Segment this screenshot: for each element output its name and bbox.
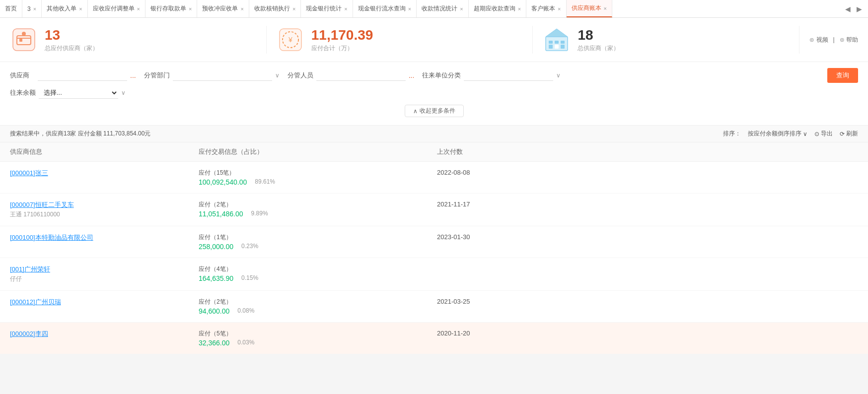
balance-filter-select[interactable]: 选择... 全部 有余额 无余额 xyxy=(39,87,118,99)
filter-row-1: 供应商 ... 分管部门 ∨ 分管人员 ... 往来单位分类 ∨ 查询 xyxy=(10,68,858,83)
table-row: [001]广州荣轩 仔仔 应付（4笔） 164,635.90 0.15% xyxy=(0,258,868,291)
close-icon[interactable]: × xyxy=(460,6,463,12)
nav-tab-receipt-stat[interactable]: 收款情况统计 × xyxy=(417,0,468,17)
filter-person: 分管人员 ... xyxy=(288,70,415,81)
transaction-amount: 100,092,540.00 xyxy=(199,178,247,186)
svg-rect-13 xyxy=(561,45,565,49)
svg-rect-9 xyxy=(549,41,553,44)
supplier-link[interactable]: [001]广州荣轩 xyxy=(10,265,199,274)
sort-button[interactable]: 按应付余额倒序排序 ∨ xyxy=(748,130,807,138)
supplier-ellipsis-btn[interactable]: ... xyxy=(130,71,136,79)
collapse-button[interactable]: ∧ 收起更多条件 xyxy=(405,105,464,117)
transaction-label: 应付（5笔） xyxy=(199,329,437,338)
transaction-label: 应付（1笔） xyxy=(199,233,437,242)
refresh-button[interactable]: ⟳ 刷新 xyxy=(840,130,858,138)
prev-tab-button[interactable]: ◀ xyxy=(842,4,854,14)
supplier-link[interactable]: [000100]本特勤油品有限公司 xyxy=(10,233,199,242)
nav-tab-prepay-ar[interactable]: 预收冲应收单 × xyxy=(197,0,249,17)
supplier-info-cell: [000007]恒旺二手叉车 王通 17106110000 xyxy=(10,200,199,219)
help-link[interactable]: ⊙ 帮助 xyxy=(840,36,858,44)
sort-text: 按应付余额倒序排序 xyxy=(748,130,801,138)
person-filter-label: 分管人员 xyxy=(288,71,313,80)
filter-dept: 分管部门 ∨ xyxy=(144,70,280,81)
last-payment-cell: 2021-03-25 xyxy=(437,298,858,305)
person-ellipsis-btn[interactable]: ... xyxy=(409,71,415,79)
summary-card-payable-suppliers: 13 总应付供应商（家） xyxy=(10,26,267,54)
card3-number: 18 xyxy=(578,27,619,43)
nav-tab-ar-ap-adjust[interactable]: 应收应付调整单 × xyxy=(88,0,145,17)
nav-tab-other-income[interactable]: 其他收入单 × xyxy=(42,0,87,17)
last-payment-date: 2023-01-30 xyxy=(437,233,470,241)
sort-arrow-icon: ∨ xyxy=(803,131,807,137)
close-icon[interactable]: × xyxy=(518,6,521,12)
last-payment-date: 2022-08-08 xyxy=(437,169,470,176)
query-button[interactable]: 查询 xyxy=(827,68,858,83)
supplier-link[interactable]: [000002]李四 xyxy=(10,329,199,338)
nav-tab-3[interactable]: 3 × xyxy=(22,0,42,17)
nav-tab-bank-deposit[interactable]: 银行存取款单 × xyxy=(145,0,197,17)
transaction-info-cell: 应付（1笔） 258,000.00 0.23% xyxy=(199,233,437,251)
filter-area: 供应商 ... 分管部门 ∨ 分管人员 ... 往来单位分类 ∨ 查询 往来余额 xyxy=(0,62,868,126)
supplier-link[interactable]: [000012]广州贝瑞 xyxy=(10,298,199,307)
svg-marker-14 xyxy=(546,29,568,37)
card2-number: 11,170.39 xyxy=(311,27,373,43)
payable-total-icon: ¥ xyxy=(277,26,304,54)
close-icon[interactable]: × xyxy=(189,6,192,12)
summary-area: 13 总应付供应商（家） ¥ 11,170.39 应付合计（万） xyxy=(0,18,868,62)
table-row: [000002]李四 应付（5笔） 32,366.00 0.03% 2020-1… xyxy=(0,323,868,354)
close-icon[interactable]: × xyxy=(240,6,243,12)
svg-rect-15 xyxy=(555,45,559,49)
transaction-info-cell: 应付（2笔） 11,051,486.00 9.89% xyxy=(199,200,437,218)
next-tab-button[interactable]: ▶ xyxy=(854,4,865,14)
unit-type-dropdown-icon[interactable]: ∨ xyxy=(556,72,561,79)
nav-tab-supplier-ledger[interactable]: 供应商账本 × xyxy=(567,0,612,17)
table-header: 供应商信息 应付交易信息（占比） 上次付数 xyxy=(0,142,868,162)
dept-filter-input[interactable] xyxy=(173,70,272,81)
close-icon[interactable]: × xyxy=(79,6,82,12)
supplier-link[interactable]: [000007]恒旺二手叉车 xyxy=(10,200,199,209)
nav-tab-cash-bank-stat[interactable]: 现金银行统计 × xyxy=(301,0,353,17)
results-bar: 搜索结果中，供应商13家 应付金额 111,703,854.00元 排序： 按应… xyxy=(0,126,868,142)
last-payment-cell: 2021-11-17 xyxy=(437,200,858,208)
payable-supplier-icon xyxy=(10,26,38,54)
unit-type-filter-input[interactable] xyxy=(464,70,553,81)
dept-filter-label: 分管部门 xyxy=(144,71,170,80)
person-filter-input[interactable] xyxy=(316,70,406,81)
transaction-info-cell: 应付（5笔） 32,366.00 0.03% xyxy=(199,329,437,347)
transaction-amount: 94,600.00 xyxy=(199,307,229,315)
nav-tab-overdue-ar[interactable]: 超期应收款查询 × xyxy=(469,0,526,17)
card1-label: 总应付供应商（家） xyxy=(45,44,98,53)
results-summary-text: 搜索结果中，供应商13家 应付金额 111,703,854.00元 xyxy=(10,130,150,138)
close-icon[interactable]: × xyxy=(408,6,411,12)
supplier-contact: 仔仔 xyxy=(10,275,199,283)
nav-tab-cash-bank-flow[interactable]: 现金银行流水查询 × xyxy=(353,0,417,17)
supplier-info-cell: [000100]本特勤油品有限公司 xyxy=(10,233,199,242)
collapse-arrow-icon: ∧ xyxy=(413,108,418,115)
transaction-info-cell: 应付（2笔） 94,600.00 0.08% xyxy=(199,298,437,315)
balance-filter-label: 往来余额 xyxy=(10,88,36,97)
supplier-filter-input[interactable] xyxy=(38,70,127,81)
close-icon[interactable]: × xyxy=(558,6,561,12)
nav-tab-receipt-verify[interactable]: 收款核销执行 × xyxy=(249,0,301,17)
close-icon[interactable]: × xyxy=(604,5,607,11)
close-icon[interactable]: × xyxy=(292,6,295,12)
nav-tab-home[interactable]: 首页 xyxy=(0,0,22,17)
close-icon[interactable]: × xyxy=(33,6,36,12)
svg-rect-12 xyxy=(549,45,553,49)
balance-dropdown-icon[interactable]: ∨ xyxy=(121,89,126,96)
video-link[interactable]: ⊙ 视频 xyxy=(809,36,828,44)
summary-card-payable-total: ¥ 11,170.39 应付合计（万） xyxy=(277,26,533,54)
filter-row-2: 往来余额 选择... 全部 有余额 无余额 ∨ xyxy=(10,87,858,99)
svg-rect-2 xyxy=(19,39,22,42)
supplier-link[interactable]: [000001]张三 xyxy=(10,169,199,178)
last-payment-cell: 2022-08-08 xyxy=(437,169,858,176)
transaction-pct: 0.15% xyxy=(241,274,258,281)
export-button[interactable]: ⊙ 导出 xyxy=(814,130,833,138)
dept-dropdown-icon[interactable]: ∨ xyxy=(275,72,280,79)
transaction-pct: 0.08% xyxy=(237,307,254,314)
nav-tab-customer-ledger[interactable]: 客户账本 × xyxy=(526,0,566,17)
transaction-amount: 164,635.90 xyxy=(199,274,233,282)
supplier-info-cell: [001]广州荣轩 仔仔 xyxy=(10,265,199,283)
close-icon[interactable]: × xyxy=(344,6,347,12)
close-icon[interactable]: × xyxy=(137,6,140,12)
